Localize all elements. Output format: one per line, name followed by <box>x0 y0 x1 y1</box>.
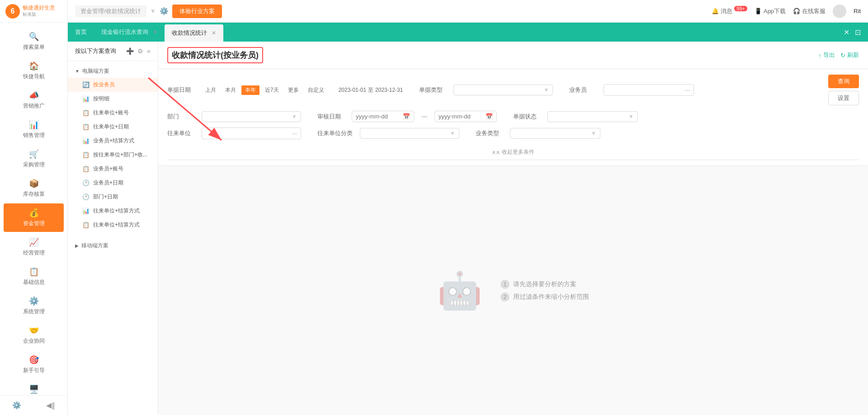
calendar-to-icon[interactable]: 📅 <box>486 113 493 120</box>
review-date-from-input[interactable] <box>356 113 401 120</box>
empty-robot-icon: 🤖 <box>437 269 482 312</box>
scheme-by-unit-date[interactable]: 📋 往来单位+日期 <box>68 120 158 134</box>
collapse-panel-btn[interactable]: « <box>147 47 151 55</box>
sidebar-item-system[interactable]: ⚙️ 系统管理 <box>4 292 64 320</box>
export-btn[interactable]: ↑ 导出 <box>819 51 835 59</box>
sidebar-item-corp[interactable]: 🤝 企业协同 <box>4 321 64 349</box>
sidebar-settings-btn[interactable]: ⚙️ <box>12 401 21 410</box>
review-date-to-input[interactable] <box>439 113 484 120</box>
sidebar-item-label: 采购管理 <box>23 161 45 169</box>
dropdown-arrow-icon[interactable]: ▼ <box>150 8 156 14</box>
scheme-by-unit-settlement2[interactable]: 📋 往来单位+结算方式 <box>68 218 158 232</box>
sidebar-item-inventory[interactable]: 📦 库存核算 <box>4 174 64 203</box>
sidebar-item-guide[interactable]: 🎯 新手引导 <box>4 350 64 379</box>
doc-type-select[interactable]: ▼ <box>453 85 553 95</box>
shortcut-custom[interactable]: 自定义 <box>304 85 328 95</box>
biz-type-select[interactable]: ▼ <box>510 128 600 139</box>
collection-stats-tab-close[interactable]: ✕ <box>212 30 216 36</box>
app-download-btn[interactable]: 📱 App下载 <box>755 7 786 15</box>
left-panel: 按以下方案查询 ➕ ⚙ « ▼ 电脑端方案 🔄 按业务员 <box>68 42 158 415</box>
desktop-section-header[interactable]: ▼ 电脑端方案 <box>68 65 158 78</box>
export-label: 导出 <box>823 51 835 59</box>
mobile-section-label: 移动端方案 <box>81 242 108 250</box>
dept-select[interactable]: ▼ <box>202 111 301 122</box>
sidebar-item-finance[interactable]: 💰 资金管理 <box>4 203 64 232</box>
filter-row-2: 部门 ▼ 审核日期 📅 — 📅 <box>167 111 859 122</box>
shortcut-7days[interactable]: 近7天 <box>261 85 283 95</box>
sidebar-item-label: 新手引导 <box>23 367 45 374</box>
notification-btn[interactable]: 🔔 消息 99+ <box>712 7 747 15</box>
calendar-from-icon[interactable]: 📅 <box>403 113 410 120</box>
scheme-label: 业务员+结算方式 <box>93 137 134 145</box>
collapse-bar[interactable]: ∧∧ 收起更多条件 <box>167 145 859 160</box>
scheme-by-unit-account[interactable]: 📋 往来单位+账号 <box>68 106 158 120</box>
scheme-label: 往来单位+日期 <box>93 123 129 131</box>
bank-flow-tab-close[interactable]: ✕ <box>153 29 157 35</box>
scheme-by-unit-dept[interactable]: 📋 按往来单位+部门+收... <box>68 148 158 162</box>
partner-type-label: 往来单位分类 <box>317 129 353 137</box>
shortcut-more[interactable]: 更多 <box>284 85 302 95</box>
sidebar-item-label: 搜索菜单 <box>23 43 45 51</box>
empty-tip-2: 2 用过滤条件来缩小分析范围 <box>500 292 589 302</box>
shortcut-this-month[interactable]: 本月 <box>222 85 240 95</box>
desktop-section: ▼ 电脑端方案 🔄 按业务员 📊 按明细 📋 往来单位+账号 <box>68 61 158 236</box>
refresh-btn[interactable]: ↻ 刷新 <box>840 51 859 59</box>
sidebar-item-label: 系统管理 <box>23 308 45 316</box>
sidebar: 6 畅捷通好生意 标准版 🔍 搜索菜单 🏠 快捷导航 📣 营销推广 📊 销售管理 <box>0 0 68 415</box>
tab-collection-stats[interactable]: 收款情况统计 ✕ <box>165 24 223 42</box>
sidebar-item-hardware[interactable]: 🖥️ 智能硬件 <box>4 380 64 395</box>
username-label: Rit <box>854 8 861 14</box>
shortcut-this-year[interactable]: 本年 <box>241 85 259 95</box>
doc-status-select[interactable]: ▼ <box>547 111 638 122</box>
hardware-icon: 🖥️ <box>29 384 39 394</box>
review-date-from[interactable]: 📅 <box>352 111 414 122</box>
sidebar-item-marketing[interactable]: 📣 营销推广 <box>4 86 64 114</box>
scheme-by-dept-date[interactable]: 🕐 部门+日期 <box>68 190 158 204</box>
purchase-icon: 🛒 <box>29 149 39 159</box>
partner-type-select[interactable]: ▼ <box>360 128 459 139</box>
scheme-by-staff-date[interactable]: 🕐 业务员+日期 <box>68 176 158 190</box>
home-icon: 🏠 <box>29 61 39 71</box>
top-bar: 资金管理/收款情况统计 ▼ ⚙️ 体验行业方案 🔔 消息 99+ 📱 App下载… <box>68 0 868 23</box>
section-arrow-icon: ▼ <box>75 69 80 74</box>
add-scheme-btn[interactable]: ➕ <box>126 47 134 55</box>
sidebar-item-basic[interactable]: 📋 基础信息 <box>4 262 64 291</box>
scheme-icon: 📊 <box>82 208 90 214</box>
staff-more-icon[interactable]: ··· <box>685 86 690 94</box>
sidebar-item-sales[interactable]: 📊 销售管理 <box>4 115 64 144</box>
review-date-to[interactable]: 📅 <box>434 111 497 122</box>
staff-select[interactable]: ··· <box>604 84 694 96</box>
mobile-section-header[interactable]: ▶ 移动端方案 <box>68 239 158 252</box>
scheme-by-unit-settlement1[interactable]: 📊 往来单位+结算方式 <box>68 204 158 218</box>
home-tab-label: 首页 <box>75 28 87 36</box>
settings-button[interactable]: 设置 <box>828 91 859 105</box>
scheme-icon: 🕐 <box>82 179 90 186</box>
shortcut-last-month[interactable]: 上月 <box>202 85 220 95</box>
scheme-by-staff[interactable]: 🔄 按业务员 <box>68 78 158 92</box>
partner-type-dropdown-icon: ▼ <box>450 130 455 137</box>
scheme-by-detail[interactable]: 📊 按明细 <box>68 92 158 106</box>
user-avatar[interactable] <box>833 5 846 18</box>
close-tab-icon[interactable]: ✕ <box>844 28 849 37</box>
sidebar-item-quick-nav[interactable]: 🏠 快捷导航 <box>4 57 64 85</box>
sidebar-item-operations[interactable]: 📈 经营管理 <box>4 233 64 261</box>
partner-more-icon[interactable]: ··· <box>292 130 297 137</box>
sidebar-nav: 🔍 搜索菜单 🏠 快捷导航 📣 营销推广 📊 销售管理 🛒 采购管理 📦 <box>0 23 67 395</box>
page-header-actions: ↑ 导出 ↻ 刷新 <box>819 51 859 59</box>
scheme-by-staff-account[interactable]: 📋 业务员+账号 <box>68 162 158 176</box>
trial-button[interactable]: 体验行业方案 <box>172 5 222 18</box>
tab-home[interactable]: 首页 <box>68 23 94 42</box>
sidebar-item-purchase[interactable]: 🛒 采购管理 <box>4 145 64 173</box>
guide-icon: 🎯 <box>29 355 39 365</box>
sidebar-collapse-btn[interactable]: ◀‖ <box>46 401 55 410</box>
query-button[interactable]: 查询 <box>828 75 859 88</box>
online-service-btn[interactable]: 🎧 在线客服 <box>793 7 826 15</box>
sidebar-item-search[interactable]: 🔍 搜索菜单 <box>4 27 64 56</box>
partner-select[interactable]: ··· <box>202 127 301 139</box>
finance-icon: 💰 <box>29 208 39 218</box>
tab-bank-flow[interactable]: 现金银行流水查询 ✕ <box>94 23 165 42</box>
gear-icon[interactable]: ⚙️ <box>160 7 169 15</box>
settings-scheme-btn[interactable]: ⚙ <box>137 47 143 55</box>
maximize-icon[interactable]: ⊡ <box>855 28 861 37</box>
scheme-by-staff-settlement[interactable]: 📊 业务员+结算方式 <box>68 134 158 148</box>
